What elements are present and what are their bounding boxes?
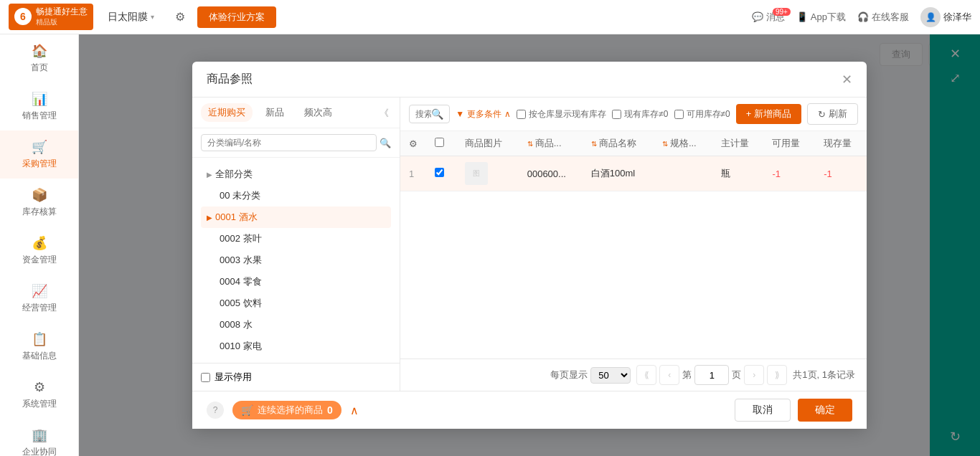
refresh-label: 刷新 [829, 108, 847, 120]
table-code-header[interactable]: ⇅ 商品... [519, 131, 583, 156]
nav-right: 💬 消息 99+ 📱 App下载 🎧 在线客服 👤 徐泽华 [752, 7, 971, 27]
tree-arrow-liquor: ▶ [207, 214, 212, 222]
tree-item-fruit[interactable]: 0003 水果 [201, 250, 391, 271]
page-label: 第 [682, 369, 692, 381]
tree-item-drinks[interactable]: 0005 饮料 [201, 293, 391, 314]
spec-col-label: 规格... [670, 137, 697, 150]
row-code: 000600... [519, 156, 583, 191]
sidebar-label-system: 系统管理 [22, 398, 57, 410]
row-num: 1 [400, 156, 426, 191]
table-settings-icon[interactable]: ⚙ [409, 138, 418, 149]
tree-item-appliances[interactable]: 0010 家电 [201, 336, 391, 357]
user-nav[interactable]: 👤 徐泽华 [920, 7, 971, 27]
tab-recent-purchase[interactable]: 近期购买 [201, 103, 253, 122]
nav-selector[interactable]: 日太阳膜 ▾ [99, 0, 163, 34]
row-name: 白酒100ml [583, 156, 654, 191]
product-search-row: 🔍 [409, 105, 450, 123]
stock-col-label: 现存量 [824, 138, 852, 148]
sidebar-item-purchase[interactable]: 🛒 采购管理 [0, 130, 78, 179]
page-next-button[interactable]: › [744, 365, 764, 385]
sidebar-item-management[interactable]: 📈 经营管理 [0, 275, 78, 323]
table-spec-header[interactable]: ⇅ 规格... [654, 131, 712, 156]
modal-right-panel: 🔍 ▼ 更多条件 ∧ 按仓库显示现有库存 [400, 98, 867, 391]
sidebar-item-system[interactable]: ⚙ 系统管理 [0, 371, 78, 419]
sidebar-item-finance[interactable]: 💰 资金管理 [0, 227, 78, 275]
page-size-select: 每页显示 50 10 20 100 [550, 367, 631, 384]
tree-label-uncategorized: 00 未分类 [220, 189, 260, 202]
table-header-row: ⚙ 商品图片 [400, 131, 867, 156]
page-nav: ⟪ ‹ 第 页 › ⟫ [636, 365, 787, 385]
category-search-icon[interactable]: 🔍 [380, 138, 391, 148]
message-nav[interactable]: 💬 消息 99+ [752, 11, 785, 24]
logo-area[interactable]: 6 畅捷通好生意 精品版 [9, 4, 93, 29]
sort-icon-spec: ⇅ [662, 140, 668, 148]
tree-item-liquor[interactable]: ▶ 0001 酒水 [201, 206, 391, 228]
refresh-button[interactable]: ↻ 刷新 [807, 103, 858, 125]
page-size-label: 每页显示 [550, 369, 588, 381]
settings-icon[interactable]: ⚙ [169, 6, 192, 29]
tree-label-appliances: 0010 家电 [220, 340, 262, 353]
product-table-wrap: ⚙ 商品图片 [400, 131, 867, 358]
sales-icon: 📊 [32, 91, 47, 107]
category-search-input[interactable] [201, 134, 377, 151]
cancel-button[interactable]: 取消 [735, 399, 791, 422]
confirm-button[interactable]: 确定 [798, 399, 852, 422]
page-last-button[interactable]: ⟫ [767, 365, 787, 385]
show-disabled-checkbox[interactable] [201, 373, 210, 382]
tree-arrow-all: ▶ [207, 171, 212, 179]
sort-icon-name: ⇅ [591, 140, 597, 148]
add-product-button[interactable]: + 新增商品 [736, 104, 801, 124]
warehouse-filter-checkbox[interactable] [517, 110, 526, 119]
tab-new-products[interactable]: 新品 [258, 103, 291, 122]
finance-icon: 💰 [32, 235, 47, 251]
product-search-input[interactable] [415, 109, 431, 119]
cart-count: 0 [327, 404, 333, 416]
modal-close-button[interactable]: ✕ [842, 73, 852, 86]
purchase-icon: 🛒 [32, 139, 47, 155]
filter-icon: ▼ [456, 109, 464, 119]
home-icon: 🏠 [32, 43, 47, 59]
product-search-icon[interactable]: 🔍 [431, 108, 443, 120]
management-icon: 📈 [32, 283, 47, 299]
tree-label-liquor: 0001 酒水 [215, 211, 258, 224]
usable-ne0-checkbox[interactable] [674, 110, 684, 119]
tree-item-uncategorized[interactable]: 00 未分类 [201, 185, 391, 206]
app-download-nav[interactable]: 📱 App下载 [796, 11, 846, 24]
sidebar-item-basics[interactable]: 📋 基础信息 [0, 323, 78, 371]
table-name-header[interactable]: ⇅ 商品名称 [583, 131, 654, 156]
page-size-dropdown[interactable]: 50 10 20 100 [590, 367, 631, 384]
sidebar-item-inventory[interactable]: 📦 库存核算 [0, 179, 78, 227]
collapse-cart-icon[interactable]: ∧ [350, 404, 359, 417]
trial-button[interactable]: 体验行业方案 [197, 6, 276, 28]
sidebar-label-inventory: 库存核算 [22, 206, 57, 218]
modal-bottom-left: ? 🛒 连续选择的商品 0 ∧ [207, 401, 359, 419]
sidebar-label-management: 经营管理 [22, 302, 57, 314]
page-first-button[interactable]: ⟪ [636, 365, 656, 385]
page-number-input[interactable] [694, 365, 729, 385]
select-all-checkbox[interactable] [435, 138, 444, 147]
collapse-left-icon[interactable]: 《 [374, 103, 394, 123]
sidebar-item-sales[interactable]: 📊 销售管理 [0, 82, 78, 130]
row-checkbox[interactable] [426, 156, 456, 191]
help-icon[interactable]: ? [207, 402, 224, 419]
cart-label: 连续选择的商品 [258, 404, 323, 417]
sidebar-item-enterprise[interactable]: 🏢 企业协同 [0, 419, 78, 456]
row-image: 图 [456, 156, 519, 191]
headset-icon: 🎧 [857, 11, 869, 22]
tree-item-tea[interactable]: 0002 茶叶 [201, 228, 391, 250]
tab-frequent[interactable]: 频次高 [297, 103, 339, 122]
cart-area[interactable]: 🛒 连续选择的商品 0 [232, 401, 341, 419]
tree-item-all[interactable]: ▶ 全部分类 [201, 163, 391, 185]
row-spec [654, 156, 712, 191]
tree-item-water[interactable]: 0008 水 [201, 314, 391, 336]
filter-label: 更多条件 [467, 108, 501, 120]
online-service-nav[interactable]: 🎧 在线客服 [857, 11, 909, 24]
cart-icon: 🛒 [241, 404, 253, 416]
sidebar-item-home[interactable]: 🏠 首页 [0, 34, 78, 82]
service-label: 在线客服 [872, 11, 909, 24]
tree-item-snacks[interactable]: 0004 零食 [201, 271, 391, 293]
table-row[interactable]: 1 图 000600... 白酒100ml 瓶 [400, 156, 867, 191]
more-filter-button[interactable]: ▼ 更多条件 ∧ [456, 108, 511, 120]
stock-ne0-checkbox[interactable] [612, 110, 621, 119]
page-prev-button[interactable]: ‹ [659, 365, 679, 385]
